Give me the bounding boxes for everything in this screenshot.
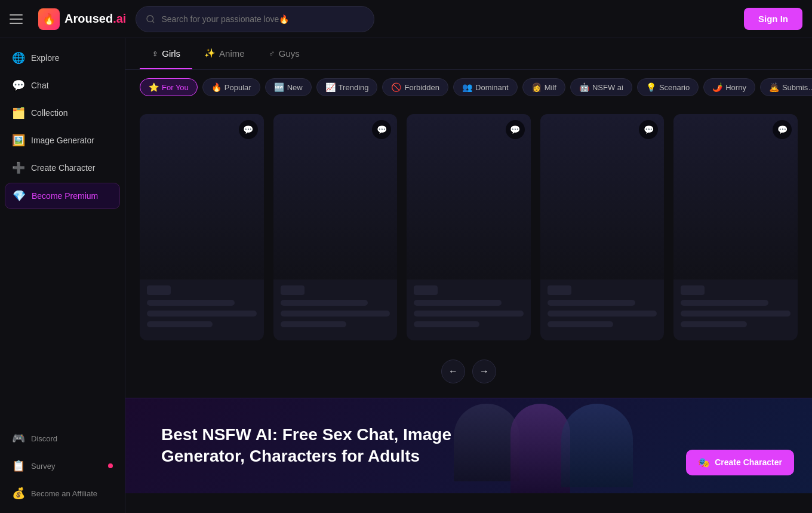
skeleton-line-3 [414, 321, 479, 327]
notification-dot [108, 463, 113, 468]
sidebar-item-explore[interactable]: 🌐 Explore [5, 45, 120, 70]
sidebar-item-affiliate[interactable]: 💰 Become an Affiliate [5, 481, 120, 506]
logo-link[interactable]: 🔥 Aroused.ai [38, 8, 126, 30]
sidebar-item-discord[interactable]: 🎮 Discord [5, 426, 120, 451]
discord-icon: 🎮 [12, 432, 25, 445]
filter-tag-horny[interactable]: 🌶️ Horny [703, 78, 755, 96]
filter-tag-label: NSFW ai [592, 83, 623, 92]
card-body [273, 279, 398, 340]
sidebar-item-label: Discord [31, 434, 57, 443]
card-body [407, 279, 531, 340]
category-tab-girls[interactable]: ♀ Girls [140, 39, 192, 69]
sidebar-item-image-generator[interactable]: 🖼️ Image Generator [5, 128, 120, 153]
cards-section: 💬 💬 💬 💬 [125, 105, 812, 350]
sidebar-item-collection[interactable]: 🗂️ Collection [5, 100, 120, 125]
next-page-button[interactable]: → [472, 360, 496, 383]
skeleton-line-3 [548, 321, 613, 327]
anime-gender-icon: ✨ [204, 48, 216, 59]
filter-tag-label: Milf [545, 83, 556, 92]
filter-tag-label: Scenario [659, 83, 690, 92]
cards-grid: 💬 💬 💬 💬 [140, 114, 798, 340]
category-tab-anime[interactable]: ✨ Anime [192, 38, 257, 69]
skeleton-line-2 [414, 311, 524, 317]
filter-tag-label: Popular [224, 83, 251, 92]
search-input[interactable] [161, 14, 364, 24]
table-row[interactable]: 💬 [140, 114, 264, 340]
category-tab-guys[interactable]: ♂ Guys [257, 39, 312, 69]
filter-tag-label: Forbidden [404, 83, 439, 92]
filter-tag-trending[interactable]: 📈 Trending [316, 78, 378, 96]
card-chat-button[interactable]: 💬 [773, 120, 792, 139]
table-row[interactable]: 💬 [407, 114, 531, 340]
image-generator-icon: 🖼️ [12, 134, 25, 147]
milf-icon: 👩 [531, 82, 542, 92]
filter-tag-nsfw-ai[interactable]: 🤖 NSFW ai [570, 78, 632, 96]
filter-tag-forbidden[interactable]: 🚫 Forbidden [382, 78, 448, 96]
skeleton-line-1 [147, 300, 235, 306]
filter-tag-for-you[interactable]: ⭐ For You [140, 78, 198, 96]
skeleton-line-2 [281, 311, 390, 317]
hamburger-button[interactable] [10, 10, 29, 29]
skeleton-tag [147, 285, 171, 295]
sign-in-button[interactable]: Sign In [744, 8, 802, 30]
sidebar-item-survey[interactable]: 📋 Survey [5, 453, 120, 478]
dominant-icon: 👥 [462, 82, 472, 92]
sidebar-item-label: Create Character [31, 163, 95, 173]
sidebar-item-label: Explore [31, 53, 59, 63]
bottom-banner: Best NSFW AI: Free Sex Chat, Image Gener… [125, 398, 812, 493]
guys-gender-icon: ♂ [269, 48, 275, 59]
for-you-icon: ⭐ [149, 82, 159, 92]
sidebar-item-become-premium[interactable]: 💎 Become Premium [5, 183, 120, 209]
sidebar: 🌐 Explore💬 Chat🗂️ Collection🖼️ Image Gen… [0, 38, 125, 513]
collection-icon: 🗂️ [12, 106, 25, 119]
logo-text: Aroused.ai [64, 12, 126, 26]
card-chat-button[interactable]: 💬 [239, 120, 258, 139]
card-chat-button[interactable]: 💬 [639, 120, 658, 139]
filter-tag-new[interactable]: 🆕 New [265, 78, 312, 96]
chat-icon: 💬 [12, 79, 25, 92]
filter-tag-label: Dominant [475, 83, 509, 92]
sidebar-item-label: Collection [31, 108, 67, 118]
table-row[interactable]: 💬 [540, 114, 665, 340]
skeleton-line-2 [681, 311, 791, 317]
skeleton-line-1 [281, 300, 368, 306]
main-layout: 🌐 Explore💬 Chat🗂️ Collection🖼️ Image Gen… [0, 38, 812, 513]
filter-tag-label: Submis… [782, 83, 812, 92]
table-row[interactable]: 💬 [273, 114, 398, 340]
sidebar-bottom: 🎮 Discord 📋 Survey 💰 Become an Affiliate [5, 419, 120, 506]
skeleton-line-3 [147, 321, 213, 327]
cat-tab-label: Guys [279, 48, 300, 59]
sidebar-item-chat[interactable]: 💬 Chat [5, 73, 120, 98]
filter-tags: ⭐ For You🔥 Popular🆕 New📈 Trending🚫 Forbi… [125, 70, 812, 105]
cat-tab-label: Anime [219, 48, 245, 59]
logo-icon: 🔥 [38, 8, 60, 30]
sidebar-item-label: Become Premium [32, 191, 98, 201]
filter-tag-label: For You [162, 83, 189, 92]
forbidden-icon: 🚫 [391, 82, 401, 92]
skeleton-tag [414, 285, 438, 295]
search-icon [146, 14, 155, 24]
filter-tag-milf[interactable]: 👩 Milf [522, 78, 565, 96]
sidebar-item-create-character[interactable]: ➕ Create Character [5, 155, 120, 180]
cat-tab-label: Girls [162, 48, 180, 59]
filter-tag-popular[interactable]: 🔥 Popular [202, 78, 260, 96]
card-chat-button[interactable]: 💬 [506, 120, 525, 139]
skeleton-line-3 [681, 321, 746, 327]
filter-tag-dominant[interactable]: 👥 Dominant [453, 78, 518, 96]
submissive-icon: 🙇 [769, 82, 779, 92]
filter-tag-scenario[interactable]: 💡 Scenario [637, 78, 699, 96]
girls-gender-icon: ♀ [152, 48, 158, 59]
table-row[interactable]: 💬 [673, 114, 798, 340]
card-image: 💬 [407, 114, 531, 279]
filter-tag-submissive[interactable]: 🙇 Submis… [760, 78, 812, 96]
banner-title: Best NSFW AI: Free Sex Chat, Image Gener… [161, 424, 519, 468]
skeleton-line-2 [147, 311, 257, 317]
card-chat-button[interactable]: 💬 [372, 120, 391, 139]
card-image: 💬 [540, 114, 665, 279]
filter-tag-label: Horny [725, 83, 746, 92]
skeleton-line-3 [281, 321, 346, 327]
prev-page-button[interactable]: ← [441, 360, 465, 383]
scenario-icon: 💡 [646, 82, 656, 92]
filter-tag-label: New [287, 83, 303, 92]
content-area: ♀ Girls✨ Anime♂ Guys ⭐ For You🔥 Popular🆕… [125, 38, 812, 513]
